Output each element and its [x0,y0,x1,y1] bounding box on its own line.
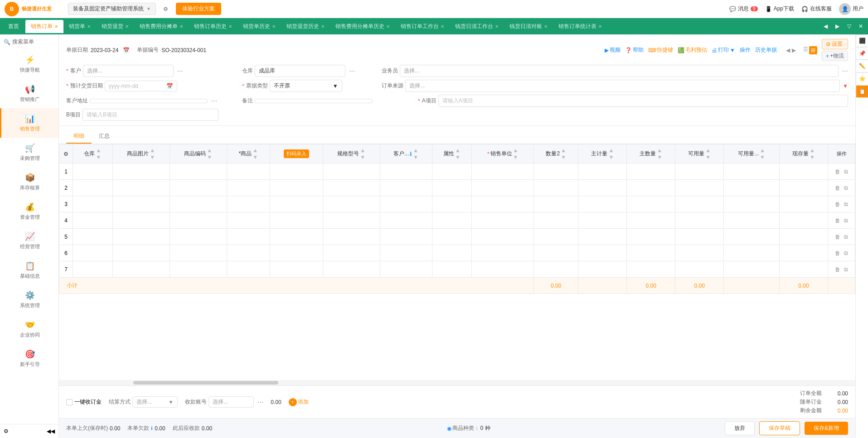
tab-close-icon[interactable]: ✕ [179,24,183,29]
account-select[interactable]: 选择... [209,396,254,408]
discard-button[interactable]: 放弃 [725,421,755,435]
user-button[interactable]: 👤 用户 [839,3,863,15]
th-current-stock[interactable]: 现存量▲▼ [780,144,828,164]
tab-close-icon[interactable]: ✕ [54,24,58,29]
th-product-code[interactable]: 商品编码▲▼ [170,144,227,164]
tab-prev-button[interactable]: ◀ [820,21,831,32]
tab-sales-order-history[interactable]: 销售订单历史 ✕ [189,20,238,33]
messages-button[interactable]: 💬 消息 9 [729,5,758,13]
history-button[interactable]: 历史单据 [755,46,777,54]
sidebar-item-purchase[interactable]: 🛒 采购管理 [0,138,58,167]
sidebar-item-operations[interactable]: 📈 经营管理 [0,226,58,255]
tab-summary[interactable]: 汇总 [92,130,117,144]
tab-close-icon[interactable]: ✕ [228,24,232,29]
order-source-input[interactable]: 选择... [405,80,840,92]
tab-close-icon[interactable]: ✕ [87,24,91,29]
tab-close-all-button[interactable]: ✕ [855,21,866,32]
sidebar-search[interactable]: 🔍 搜索菜单 [0,34,58,49]
print-button[interactable]: 🖨 打印 ▼ [712,46,735,54]
tab-sales-expense[interactable]: 销售费用分摊单 ✕ [134,20,189,33]
th-scan[interactable]: 扫码录入 [270,144,323,164]
industry-solution-button[interactable]: 体验行业方案 [176,3,221,15]
th-available2[interactable]: 可用量...▲▼ [724,144,780,164]
payment-method-select[interactable]: 选择... ▼ [132,396,178,408]
checkbox-icon[interactable] [66,399,73,405]
warehouse-input[interactable]: 成品库 [255,65,345,77]
th-main-unit[interactable]: 主计量▲▼ [578,144,627,164]
tab-next-button[interactable]: ▶ [832,21,843,32]
th-settings[interactable]: ⚙ [59,144,73,164]
a-project-input[interactable]: 请输入A项目 [438,95,848,107]
b-project-input[interactable]: 请输入B项目 [82,109,218,121]
gear-button[interactable]: ⚙ [160,3,172,15]
shortcuts-button[interactable]: ⌨ 快捷键 [648,46,673,54]
sidebar-item-system[interactable]: ⚙️ 系统管理 [0,285,58,314]
sidebar-item-sales[interactable]: 📊 销售管理 [0,108,58,138]
th-product[interactable]: *商品▲▼ [227,144,270,164]
tab-order-workbench[interactable]: 销售订单工作台 ✕ [395,20,450,33]
tab-sales-order[interactable]: 销售订单 ✕ [25,20,63,33]
tab-daily-workbench[interactable]: 钱货日清工作台 ✕ [450,20,504,33]
tab-close-icon[interactable]: ✕ [272,24,276,29]
tab-close-icon[interactable]: ✕ [441,24,444,29]
save-draft-button[interactable]: 保存草稿 [759,421,800,435]
sidebar-collapse-button[interactable]: ◀◀ [47,428,55,434]
arrow-left-icon[interactable]: ◀ [786,47,790,53]
scan-button[interactable]: 扫码录入 [284,149,309,158]
th-customer-code[interactable]: 客户...ℹ▲▼ [380,144,432,164]
tab-close-icon[interactable]: ✕ [321,24,325,29]
right-icon-2[interactable]: 📌 [856,47,868,60]
salesperson-expand-icon[interactable]: ··· [842,67,848,75]
sidebar-item-enterprise[interactable]: 🤝 企业协同 [0,314,58,344]
add-button[interactable]: + 添加 [289,398,309,406]
one-click-collect-checkbox[interactable]: 一键收订金 [66,398,102,406]
print-dropdown-icon[interactable]: ▼ [730,47,735,53]
row-delete-icon[interactable]: 🗑 [835,234,840,240]
scroll-bar[interactable] [59,380,855,385]
sidebar-item-quick-nav[interactable]: ⚡ 快捷导航 [0,49,58,79]
row-delete-icon[interactable]: 🗑 [835,217,840,224]
invoice-type-select[interactable]: 不开票 ▼ [270,80,342,92]
th-product-image[interactable]: 商品图片▲▼ [112,144,170,164]
delivery-date-input[interactable]: yyyy-mm-dd 📅 [105,81,177,91]
th-spec[interactable]: 规格型号▲▼ [323,144,380,164]
tab-return-history[interactable]: 销货退货历史 ✕ [281,20,330,33]
scroll-thumb[interactable] [133,381,278,385]
row-delete-icon[interactable]: 🗑 [835,250,840,256]
sidebar-item-basic-info[interactable]: 📋 基础信息 [0,255,58,285]
add-logistics-button[interactable]: + +物流 [822,51,848,61]
customer-expand-icon[interactable]: ··· [177,67,183,75]
row-copy-icon[interactable]: ⧉ [844,250,848,256]
view-video-button[interactable]: ▶ 视频 [605,46,621,54]
right-icon-4[interactable]: ⭐ [856,72,868,85]
sidebar-settings-icon[interactable]: ⚙ [4,428,9,434]
right-icon-3[interactable]: ✏️ [856,60,868,72]
sidebar-item-marketing[interactable]: 📢 营销推广 [0,79,58,108]
profit-forecast-button[interactable]: 💹 毛利预估 [678,46,707,54]
th-warehouse[interactable]: 仓库▲▼ [73,144,113,164]
sidebar-item-guide[interactable]: 🎯 新手引导 [0,344,58,373]
row-delete-icon[interactable]: 🗑 [835,168,840,175]
account-expand-icon[interactable]: ··· [257,398,263,406]
operations-button[interactable]: 操作 [740,46,751,54]
row-delete-icon[interactable]: 🗑 [835,201,840,207]
row-copy-icon[interactable]: ⧉ [844,266,848,273]
online-service-button[interactable]: 🎧 在线客服 [801,5,832,13]
tab-close-icon[interactable]: ✕ [544,24,548,29]
tab-detail[interactable]: 明细 [66,130,92,144]
tab-close-icon[interactable]: ✕ [386,24,390,29]
customer-input[interactable]: 选择... [83,65,174,77]
tab-sales-goods[interactable]: 销货单 ✕ [63,20,96,33]
tab-expense-history[interactable]: 销售费用分摊单历史 ✕ [330,20,395,33]
grid-view-icon[interactable]: ⊞ [809,46,817,54]
row-copy-icon[interactable]: ⧉ [844,185,848,191]
address-expand-icon[interactable]: ··· [211,97,217,105]
tab-daily-reconcile[interactable]: 钱货日清对账 ✕ [504,20,553,33]
system-selector[interactable]: 装备及固定资产辅助管理系统 ▼ [68,3,156,15]
calendar-icon[interactable]: 📅 [123,47,130,53]
app-download-button[interactable]: 📱 App下载 [765,5,794,13]
th-attribute[interactable]: 属性▲▼ [432,144,472,164]
settings-button[interactable]: ⚙ 设置 [822,39,848,49]
th-qty2[interactable]: 数量2▲▼ [534,144,578,164]
tab-sales-goods-history[interactable]: 销货单历史 ✕ [238,20,281,33]
